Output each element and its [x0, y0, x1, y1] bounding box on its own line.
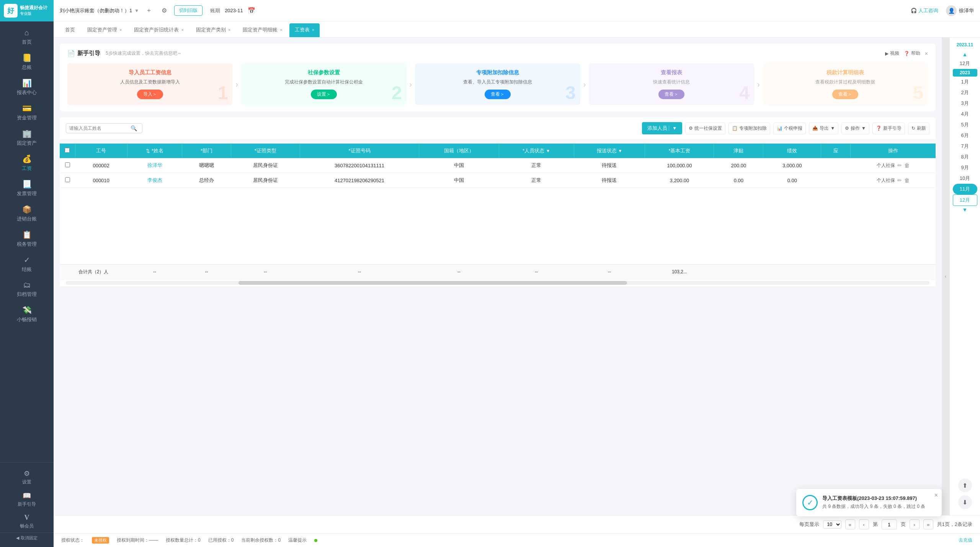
row1-delete-icon[interactable]: 🗑 — [904, 162, 910, 168]
page-input[interactable] — [882, 519, 897, 529]
account-selector[interactable]: 刘小艳演示账套（勿删勿动！）1 ▼ — [60, 7, 139, 14]
sidebar-item-newguide[interactable]: 📖 新手引导 — [0, 488, 54, 511]
add-account-btn[interactable]: ＋ — [144, 5, 154, 16]
ai-service-btn[interactable]: 🎧 人工咨询 — [911, 7, 938, 14]
tab-depreciation-close[interactable]: × — [181, 28, 183, 32]
sidebar-item-ledger[interactable]: 📒 总账 — [0, 49, 54, 75]
tab-category[interactable]: 固定资产类别 × — [191, 23, 236, 37]
month-12-next[interactable]: 12月 — [953, 194, 977, 206]
month-4[interactable]: 4月 — [953, 109, 977, 119]
month-11-active[interactable]: 11月 — [953, 184, 977, 194]
horizontal-scrollbar[interactable] — [66, 281, 929, 285]
sidebar-item-funds[interactable]: 💳 资金管理 — [0, 100, 54, 125]
month-8[interactable]: 8月 — [953, 152, 977, 162]
step-5-btn[interactable]: 查看＞ — [832, 90, 858, 99]
help-btn[interactable]: ❓ 帮助 — [904, 50, 920, 57]
row2-edit-icon[interactable]: ✏ — [897, 177, 902, 183]
row2-name-link[interactable]: 李俊杰 — [147, 177, 162, 183]
sidebar-item-inventory[interactable]: 📦 进销台账 — [0, 201, 54, 226]
month-10[interactable]: 10月 — [953, 173, 977, 184]
step-3-btn[interactable]: 查看＞ — [485, 90, 511, 99]
row2-idno: 412702198206290521 — [300, 173, 419, 188]
prev-page-btn[interactable]: ‹ — [859, 519, 869, 529]
row2-select[interactable] — [65, 177, 70, 182]
month-2[interactable]: 2月 — [953, 87, 977, 98]
social-setting-btn[interactable]: ⚙ 统一社保设置 — [685, 122, 725, 134]
panel-icon-btn-2[interactable]: ⬇ — [958, 495, 972, 509]
month-3[interactable]: 3月 — [953, 98, 977, 109]
sidebar-item-assets[interactable]: 🏢 固定资产 — [0, 125, 54, 150]
step-2-btn[interactable]: 设置＞ — [311, 90, 337, 99]
refresh-btn[interactable]: ↻ 刷新 — [908, 122, 929, 134]
refresh-label: 刷新 — [917, 125, 926, 132]
pagination-bar: 每页显示 10 20 50 « ‹ 第 页 › » 共1页，2条记录 — [54, 515, 980, 533]
unpin-btn[interactable]: ◀ 取消固定 — [0, 532, 54, 543]
month-7[interactable]: 7月 — [953, 141, 977, 152]
select-all-checkbox[interactable] — [65, 148, 70, 153]
status-filter-icon[interactable]: ▼ — [546, 149, 550, 153]
row1-edit-icon[interactable]: ✏ — [897, 162, 902, 168]
row2-action-text[interactable]: 个人社保 — [877, 177, 895, 184]
app-logo: 好 畅捷通好会计 专业版 — [0, 0, 54, 21]
summary-total: 103,2... — [645, 265, 714, 279]
operation-btn[interactable]: ⚙ 操作 ▼ — [841, 122, 869, 134]
next-page-btn[interactable]: › — [910, 519, 920, 529]
switch-version-btn[interactable]: 切到旧版 — [174, 5, 203, 16]
tax-report-btn[interactable]: 📊 个税申报 — [773, 122, 806, 134]
sidebar-item-reports[interactable]: 📊 报表中心 — [0, 75, 54, 100]
settings-btn[interactable]: ⚙ — [159, 5, 170, 16]
sidebar-item-archive[interactable]: 🗂 归档管理 — [0, 277, 54, 302]
export-btn[interactable]: 📤 导出 ▼ — [809, 122, 838, 134]
tab-detail[interactable]: 固定资产明细账 × — [237, 23, 287, 37]
deauth-link[interactable]: 去充值 — [959, 537, 972, 544]
sidebar-label-ledger: 总账 — [22, 64, 32, 71]
add-person-btn[interactable]: 添加人员 ▼ — [642, 122, 682, 134]
sidebar-item-invoice[interactable]: 📃 发票管理 — [0, 176, 54, 201]
row2-dept: 总经办 — [182, 173, 231, 188]
tab-home[interactable]: 首页 — [60, 23, 80, 37]
search-input[interactable] — [69, 126, 131, 131]
sidebar-item-settle[interactable]: ✓ 结账 — [0, 251, 54, 277]
panel-icon-btn-1[interactable]: ⬆ — [958, 478, 972, 492]
first-page-btn[interactable]: « — [845, 519, 855, 529]
th-dept: *部门 — [182, 144, 231, 158]
tab-fixed-assets-label: 固定资产管理 — [87, 26, 117, 33]
row1-action-text[interactable]: 个人社保 — [877, 162, 895, 169]
last-page-btn[interactable]: » — [923, 519, 933, 529]
th-id: 工号 — [75, 144, 127, 158]
tab-detail-close[interactable]: × — [280, 28, 282, 32]
sidebar-item-expense[interactable]: 💸 小畅报销 — [0, 302, 54, 327]
tab-salary-close[interactable]: × — [312, 28, 314, 32]
toast-close-btn[interactable]: × — [934, 492, 938, 499]
sidebar-item-settings[interactable]: ⚙ 设置 — [0, 466, 54, 488]
panel-toggle[interactable]: ‹ — [942, 38, 949, 515]
tab-fixed-assets-close[interactable]: × — [119, 28, 122, 32]
month-nav-down[interactable]: ▼ — [959, 206, 971, 214]
sidebar-item-salary[interactable]: 💰 工资 — [0, 150, 54, 176]
step-1-btn[interactable]: 导入＞ — [137, 90, 163, 99]
month-nav-up[interactable]: ▲ — [959, 51, 971, 58]
row1-name-link[interactable]: 徐泽华 — [147, 162, 162, 168]
row2-delete-icon[interactable]: 🗑 — [904, 177, 910, 183]
guide-close-btn[interactable]: × — [925, 51, 928, 57]
report-filter-icon[interactable]: ▼ — [618, 149, 622, 153]
month-5[interactable]: 5月 — [953, 119, 977, 130]
month-6[interactable]: 6月 — [953, 130, 977, 141]
tab-depreciation[interactable]: 固定资产折旧统计表 × — [129, 23, 189, 37]
sidebar-item-tax[interactable]: 📋 税务管理 — [0, 226, 54, 251]
tab-fixed-assets[interactable]: 固定资产管理 × — [82, 23, 127, 37]
sidebar-item-vip[interactable]: V 畅会员 — [0, 511, 54, 532]
month-9[interactable]: 9月 — [953, 162, 977, 173]
month-12-prev[interactable]: 12月 — [953, 58, 977, 69]
newguide-toolbar-btn[interactable]: ❓ 新手引导 — [872, 122, 905, 134]
sidebar-item-home[interactable]: ⌂ 首页 — [0, 24, 54, 49]
month-1[interactable]: 1月 — [953, 77, 977, 87]
tab-category-close[interactable]: × — [228, 28, 230, 32]
special-deduction-btn[interactable]: 📋 专项附加扣除 — [728, 122, 770, 134]
tab-salary[interactable]: 工资表 × — [289, 23, 320, 37]
page-size-select[interactable]: 10 20 50 — [823, 520, 841, 529]
video-btn[interactable]: ▶ 视频 — [885, 50, 899, 57]
calendar-icon[interactable]: 📅 — [248, 7, 255, 14]
row1-select[interactable] — [65, 162, 70, 167]
step-4-btn[interactable]: 查看＞ — [658, 90, 684, 99]
